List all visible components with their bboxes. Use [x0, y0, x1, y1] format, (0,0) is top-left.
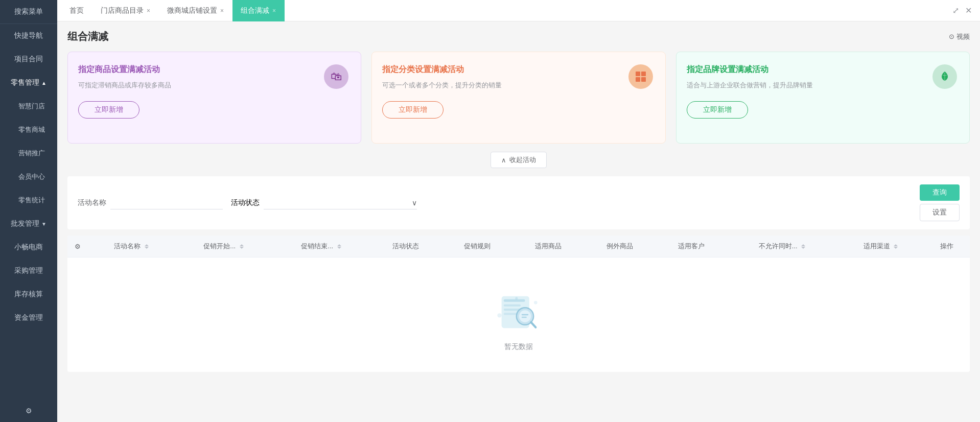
sort-icon: [145, 244, 149, 249]
sidebar-item-label: 会员中心: [18, 172, 45, 181]
maximize-button[interactable]: ⤢: [952, 6, 959, 15]
sidebar-item-label: 库存核算: [14, 290, 43, 299]
tab-bar: 首页 门店商品目录 × 微商城店铺设置 × 组合满减 × ⤢ ✕: [57, 0, 980, 21]
th-exception-goods-label: 例外商品: [606, 242, 633, 250]
sidebar-item-quick-nav[interactable]: 快捷导航: [0, 24, 57, 48]
sidebar-item-label: 零售统计: [18, 196, 45, 205]
th-applicable-goods: 适用商品: [512, 236, 584, 257]
sidebar-item-retail-mall[interactable]: 零售商城: [0, 118, 57, 142]
sidebar-item-xiaochang[interactable]: 小畅电商: [0, 236, 57, 259]
brand-card: 指定品牌设置满减活动 适合与上游企业联合做营销，提升品牌销量 立即新增: [676, 52, 970, 144]
category-card: 指定分类设置满减活动 可选一个或者多个分类，提升分类的销量 立即新增: [371, 52, 665, 144]
th-promo-start[interactable]: 促销开始...: [175, 236, 272, 257]
table-header: ⚙ 活动名称 促销开始... 促销结束...: [67, 236, 970, 257]
video-label: 视频: [956, 32, 970, 41]
tab-mini-shop-settings[interactable]: 微商城店铺设置 ×: [159, 0, 232, 21]
sidebar-item-label: 小畅电商: [14, 243, 43, 252]
th-promo-rule-label: 促销规则: [464, 242, 491, 250]
sidebar-item-finance[interactable]: 资金管理: [0, 306, 57, 330]
activity-name-field: 活动名称: [78, 197, 223, 209]
tab-home-label: 首页: [69, 6, 84, 15]
sidebar-item-label: 营销推广: [18, 149, 45, 158]
sort-icon: [894, 244, 898, 249]
svg-rect-3: [641, 77, 646, 82]
tab-combo-discount[interactable]: 组合满减 ×: [232, 0, 285, 21]
svg-rect-5: [504, 299, 525, 302]
sidebar-item-label: 资金管理: [14, 313, 43, 322]
sidebar-item-purchase[interactable]: 采购管理: [0, 259, 57, 283]
empty-text: 暂无数据: [504, 342, 533, 351]
search-actions: 查询 设置: [920, 184, 960, 221]
svg-line-11: [531, 322, 535, 327]
th-promo-start-label: 促销开始...: [203, 242, 236, 250]
sidebar-item-retail-management[interactable]: 零售管理 ▲: [0, 71, 57, 95]
tab-store-catalog[interactable]: 门店商品目录 ×: [92, 0, 159, 21]
sidebar-item-smart-store[interactable]: 智慧门店: [0, 95, 57, 118]
sidebar-item-wholesale[interactable]: 批发管理 ▼: [0, 212, 57, 236]
sidebar-item-label: 零售商城: [18, 125, 45, 134]
sidebar-settings[interactable]: ⚙: [0, 400, 57, 422]
activity-status-select[interactable]: ∨: [264, 197, 417, 209]
close-button[interactable]: ✕: [965, 6, 972, 15]
svg-point-14: [515, 297, 518, 300]
category-card-title: 指定分类设置满减活动: [382, 64, 655, 75]
tab-combo-discount-label: 组合满减: [241, 6, 269, 15]
th-applicable-channel[interactable]: 适用渠道: [837, 236, 924, 257]
th-promo-end[interactable]: 促销结束...: [272, 236, 370, 257]
th-activity-status: 活动状态: [370, 236, 441, 257]
sidebar-item-retail-stats[interactable]: 零售统计: [0, 189, 57, 212]
sidebar-search[interactable]: 搜索菜单: [0, 0, 57, 24]
svg-point-16: [497, 313, 501, 317]
sort-icon: [337, 244, 341, 249]
brand-card-title: 指定品牌设置满减活动: [687, 64, 959, 75]
tab-mini-shop-settings-close[interactable]: ×: [220, 7, 224, 14]
setting-button[interactable]: 设置: [920, 204, 960, 221]
th-operation-label: 操作: [940, 242, 953, 250]
sidebar-item-marketing[interactable]: 营销推广: [0, 142, 57, 165]
sidebar-item-label: 零售管理: [11, 78, 39, 87]
brand-card-desc: 适合与上游企业联合做营销，提升品牌销量: [687, 80, 959, 91]
activity-name-input[interactable]: [110, 197, 223, 209]
th-activity-name[interactable]: 活动名称: [88, 236, 175, 257]
tab-mini-shop-settings-label: 微商城店铺设置: [167, 6, 217, 15]
product-card-icon: 🛍: [324, 64, 348, 89]
svg-point-10: [519, 310, 531, 322]
query-button[interactable]: 查询: [920, 184, 960, 201]
svg-rect-12: [522, 314, 528, 316]
sidebar-item-member-center[interactable]: 会员中心: [0, 165, 57, 189]
sidebar-item-label: 智慧门店: [18, 102, 45, 111]
search-bar: 活动名称 活动状态 ∨ 查询 设置: [67, 176, 970, 229]
product-card-add-button[interactable]: 立即新增: [78, 101, 139, 119]
expand-arrow-icon: ▲: [41, 80, 46, 86]
th-applicable-channel-label: 适用渠道: [864, 242, 890, 250]
collapse-label: 收起活动: [509, 155, 536, 165]
tab-store-catalog-close[interactable]: ×: [147, 7, 150, 14]
cards-row: 🛍 指定商品设置满减活动 可指定滞销商品或库存较多商品 立即新增 指定分类设置满…: [67, 52, 970, 144]
category-card-add-button[interactable]: 立即新增: [382, 101, 444, 119]
tab-combo-discount-close[interactable]: ×: [272, 7, 276, 14]
play-circle-icon: ⊙: [949, 33, 954, 40]
th-not-allow-concurrent[interactable]: 不允许同时...: [727, 236, 837, 257]
th-not-allow-concurrent-label: 不允许同时...: [759, 242, 798, 250]
th-activity-name-label: 活动名称: [114, 242, 141, 250]
sidebar-item-label: 项目合同: [14, 55, 43, 64]
video-link[interactable]: ⊙ 视频: [949, 32, 970, 41]
th-exception-goods: 例外商品: [584, 236, 656, 257]
th-activity-status-label: 活动状态: [392, 242, 419, 250]
svg-point-15: [534, 301, 538, 304]
tab-home[interactable]: 首页: [61, 0, 92, 21]
expand-arrow-icon: ▼: [41, 221, 46, 227]
empty-state: 暂无数据: [67, 257, 970, 372]
sidebar-item-label: 采购管理: [14, 266, 43, 275]
gear-icon: ⚙: [75, 243, 81, 250]
window-controls: ⤢ ✕: [952, 6, 976, 15]
th-gear[interactable]: ⚙: [67, 236, 88, 257]
brand-card-add-button[interactable]: 立即新增: [687, 101, 748, 119]
sidebar-item-project-contract[interactable]: 项目合同: [0, 48, 57, 71]
svg-rect-13: [522, 317, 527, 318]
th-applicable-goods-label: 适用商品: [535, 242, 562, 250]
sidebar-item-inventory[interactable]: 库存核算: [0, 283, 57, 306]
collapse-activities-button[interactable]: ∧ 收起活动: [491, 152, 547, 168]
content-area: 组合满减 ⊙ 视频 🛍 指定商品设置满减活动 可指定滞销商品或库存较多商品 立即…: [57, 21, 980, 422]
table-body: 暂无数据: [67, 257, 970, 372]
